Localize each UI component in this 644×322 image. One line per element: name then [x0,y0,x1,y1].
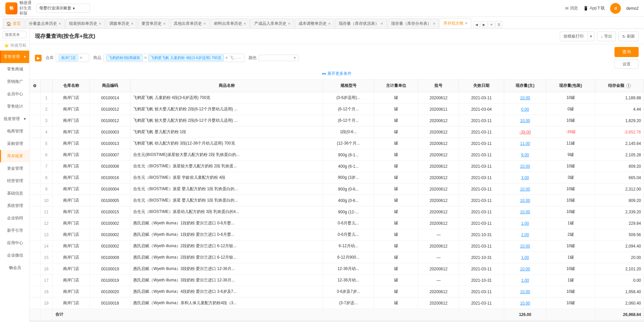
company-dropdown[interactable]: 母婴行业演示账套 ▾ [36,4,90,13]
tab-kucun-status[interactable]: 现存量（库存状况表） ✕ [335,18,387,29]
sidebar-item-ecommerce[interactable]: 电商管理 [0,125,29,138]
tab-home[interactable]: 🏠 首页 [3,18,24,29]
row-batch: 20200612 [418,92,459,104]
sidebar-item-retail-stats[interactable]: 零售统计 [0,100,29,113]
sidebar-item-operation[interactable]: 经营管理 [0,175,29,187]
warehouse-tag-close[interactable]: ✕ [79,56,83,60]
sidebar-item-enterprise-wechat[interactable]: 企业微信 [0,249,29,262]
sidebar-item-guide[interactable]: 新手引导 [0,224,29,237]
row-qty-main[interactable]: 1.00 [504,275,546,286]
tab-close-icon[interactable]: ✕ [433,22,435,25]
row-warehouse: 南岸门店 [52,126,90,138]
tab-yao-huo[interactable]: 要货单历史 ✕ [138,18,169,29]
row-qty-main[interactable]: 10.00 [504,183,546,195]
tab-other-out[interactable]: 其他出库单历史 ✕ [170,18,210,29]
table-row: 7 南岸门店 00100008 合生元（BIOSTIME）派星较大婴儿配方奶粉 … [30,161,644,172]
row-num: 8 [40,172,52,183]
user-name[interactable]: demo2 [626,6,639,11]
row-name: 惠氏启赋（Wyeth illuma）3段奶粉 爱尔兰进口 12-36月... [130,263,323,275]
tab-next-btn[interactable]: ▶ [481,21,487,28]
row-qty-pkg: 1罐 [546,218,595,229]
tab-close-icon[interactable]: ✕ [99,22,101,25]
tab-close-icon[interactable]: ✕ [288,22,290,25]
row-qty-main[interactable]: 10.00 [504,240,546,252]
tab-close-icon[interactable]: ✕ [465,21,468,25]
sidebar-item-basics[interactable]: 基础信息 [0,187,29,200]
user-avatar[interactable]: d [610,3,621,14]
row-qty-main[interactable]: 3.00 [504,172,546,183]
row-qty-main[interactable]: 10.00 [504,92,546,104]
sidebar-item-enterprise[interactable]: 企业协同 [0,212,29,224]
row-spec: 3-6岁及7岁... [323,286,374,298]
tab-close-icon[interactable]: ✕ [131,22,133,25]
row-qty-main[interactable]: 10.00 [504,286,546,298]
row-qty-main[interactable]: 10.00 [504,195,546,206]
row-qty-main[interactable]: 2.00 [504,229,546,240]
sidebar-item-wholesale[interactable]: 批发管理 ▼ [0,113,29,125]
row-qty-main[interactable]: 1.00 [504,218,546,229]
template-print-btn[interactable]: 按模板打印 ▾ [560,32,594,41]
row-unit: 罐 [374,126,418,138]
row-name: 合生元（BIOSTIME）派星 学龄前儿童配方奶粉 4段 [130,172,323,183]
tab-close-icon[interactable]: ✕ [58,22,61,25]
row-qty-main[interactable]: 10.00 [504,161,546,172]
row-qty-main[interactable]: 10.00 [504,206,546,218]
row-name: 惠氏启赋（Wyeth illuma）4段奶粉 爱尔兰进口 3-6岁及7... [130,286,323,298]
row-batch: 20200612 [418,195,459,206]
sidebar-item-inventory[interactable]: 库存核算 [0,150,29,162]
row-qty-main[interactable]: 11.00 [504,138,546,149]
sidebar-item-member[interactable]: 会员中心 [0,88,29,100]
message-btn[interactable]: ✉ 消息 [565,5,578,11]
tab-prod-in[interactable]: 产成品入库单历史 ✕ [251,18,294,29]
expand-more-btn[interactable]: ▾▾ 展开更多条件 [35,71,639,76]
tab-close-icon[interactable]: ✕ [328,22,331,25]
row-qty-main[interactable]: 10.00 [504,263,546,275]
warehouse-tag-container[interactable]: 南岸门店 ✕ [56,54,89,62]
query-button[interactable]: 查询 [614,47,639,57]
sidebar-item-member-card[interactable]: 畅会员 [0,262,29,274]
tab-fen-pan[interactable]: 分量盘点单历史 ✕ [25,18,65,29]
color-tag-container[interactable]: ▾ [259,55,299,61]
table-header-row: ⚙ 仓库名称 商品编码 商品名称 规格型号 主计量单位 批号 失效日期 现存量(… [30,79,644,92]
row-warehouse: 南岸门店 [52,298,90,309]
tab-kucun-batch[interactable]: 库存批次账 ✕ [440,18,471,29]
sidebar-item-marketing[interactable]: 营销推广 [0,75,29,88]
tab-prev-btn[interactable]: ◀ [473,21,480,28]
amount-info-icon[interactable]: ℹ [626,84,631,88]
sidebar-item-app-center[interactable]: 应用中心 [0,237,29,249]
setting-button[interactable]: 设置 [614,60,639,69]
row-qty-main[interactable]: 9.00 [504,149,546,161]
tab-mat-out[interactable]: 材料出库单历史 ✕ [210,18,250,29]
filter-expand-arrow[interactable]: ▶ [35,55,42,61]
tab-close-all-btn[interactable]: ✕ [488,21,495,28]
tab-close-icon[interactable]: ✕ [163,22,166,25]
settings-col-header[interactable]: ⚙ [30,79,40,92]
tab-close-icon[interactable]: ✕ [380,22,383,25]
tab-close-icon[interactable]: ✕ [244,22,246,25]
refresh-btn[interactable]: ↻ 刷新 [619,32,639,41]
sidebar-item-purchase[interactable]: 采购管理 [0,138,29,150]
table-row: 16 南岸门店 00100019 惠氏启赋（Wyeth illuma）3段奶粉 … [30,263,644,275]
row-qty-main[interactable]: 0.00 [504,104,546,115]
row-expire: 2021-03-11 [459,183,504,195]
sidebar-item-system[interactable]: 系统管理 [0,200,29,212]
row-qty-main[interactable]: 10.00 [504,115,546,126]
sidebar-item-finance[interactable]: 资金管理 [0,162,29,175]
search-input[interactable] [3,31,26,38]
tab-tiao-bo[interactable]: 调拨单历史 ✕ [106,18,137,29]
tab-kucun-dist[interactable]: 现存量（库存分布表） ✕ [387,18,439,29]
row-qty-main[interactable]: -39.00 [504,126,546,138]
tab-close-icon[interactable]: ✕ [203,22,206,25]
tab-menu-btn[interactable]: ☰ [495,21,502,28]
row-expire: 2021-03-11 [459,161,504,172]
tab-zu-zhai[interactable]: 组装拆卸单历史 ✕ [65,18,105,29]
tab-cost-adj[interactable]: 成本调整单历史 ✕ [295,18,334,29]
export-btn[interactable]: ↓ 导出 [597,32,616,41]
row-qty-main[interactable]: 1.00 [504,252,546,263]
sidebar-item-retail-shop[interactable]: 零售商城 [0,63,29,75]
sidebar-item-retail-mgmt[interactable]: 零售管理 ▼ [0,51,29,63]
row-qty-main[interactable]: 10.00 [504,298,546,309]
app-download-btn[interactable]: 📱 App下载 [583,5,605,11]
product-tag-container[interactable]: 飞鹤奶粉3段两罐装 ✕ 飞鹤星飞帆 儿童奶粉 4段(3-6岁适用) 700克 ✕… [103,54,245,62]
row-expire: 2021-03-11 [459,263,504,275]
